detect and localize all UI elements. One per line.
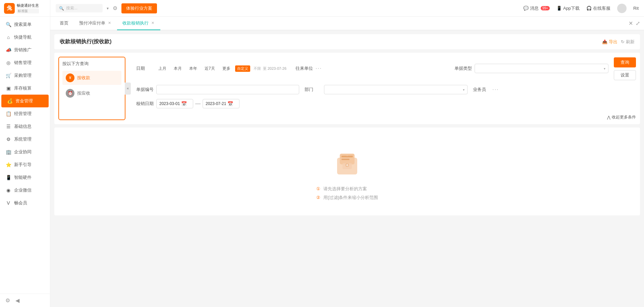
sidebar-item-capital[interactable]: 💰资金管理 [1,95,49,107]
tab-prepay[interactable]: 预付冲应付单✕ [74,17,117,30]
tabs-window-actions: ✕⤢ [629,20,640,27]
topbar-gear-icon[interactable]: ⚙ [113,5,117,11]
sidebar-item-label: 新手引导 [14,162,32,168]
app-icon: 📱 [556,6,562,11]
collapse-more-button[interactable]: ⋀ 收起更多条件 [607,114,636,120]
receipt-icon: ¥ [66,73,74,82]
empty-illustration [330,148,364,178]
staff-more-icon[interactable]: ··· [492,87,499,93]
dept-select[interactable]: ▾ [324,85,468,94]
settings-icon[interactable]: ⚙ [5,297,10,304]
topbar-expand-icon[interactable]: ▾ [107,6,109,11]
filter-row-2: 单据编号 部门 ▾ 业务员 ··· [136,85,636,94]
topbar-actions: 💬 消息 99+ 📱 App下载 🎧 在线客服 Rit [523,4,639,13]
inventory-icon: ▣ [5,85,11,91]
tab-collection-close[interactable]: ✕ [151,20,155,25]
collapse-more-row: ⋀ 收起更多条件 [136,114,636,120]
sidebar-item-label: 库存核算 [14,85,32,91]
sidebar-item-enterprise[interactable]: 🏢企业协同 [0,146,50,158]
message-btn[interactable]: 💬 消息 99+ [523,5,550,11]
empty-hint-1: ① 请先选择要分析的方案 [316,185,378,193]
close-window-icon[interactable]: ✕ [629,20,633,27]
sidebar-item-guide[interactable]: ⭐新手引导 [0,158,50,171]
tab-collection[interactable]: 收款核销执行✕ [117,17,160,30]
filter-panel: 按以下方查询 ¥ 按收款 ⏰ 按应收 « 日期 上月 [54,53,640,124]
partner-more-icon[interactable]: ··· [316,65,322,71]
date-this-month[interactable]: 本月 [171,65,184,72]
setting-button[interactable]: 设置 [614,70,636,80]
user-name[interactable]: Rit [633,6,639,11]
dept-field: 部门 ▾ [305,85,468,94]
sidebar-item-system[interactable]: ⚙系统管理 [0,133,50,146]
page-header-actions: 📤 导出 ↻ 刷新 [602,39,635,45]
date-more[interactable]: 更多 [220,65,233,72]
export-button[interactable]: 📤 导出 [602,39,618,45]
writeoff-from-input[interactable]: 2023-03-01 📅 [156,99,193,108]
topbar: 🔍 搜索... ▾ ⚙ 体验行业方案 💬 消息 99+ 📱 App下载 🎧 在线… [50,0,644,17]
filter-by-receivable[interactable]: ⏰ 按应收 [62,86,121,100]
staff-label: 业务员 [473,87,490,93]
filter-by-receipt[interactable]: ¥ 按收款 [62,71,121,85]
guide-icon: ⭐ [5,162,11,168]
svg-point-4 [346,154,348,156]
sidebar-item-label: 搜索菜单 [14,21,32,28]
writeoff-date-field: 核销日期 2023-03-01 📅 — 2023-07-21 📅 [136,99,636,108]
sidebar-item-quick-nav[interactable]: ⌂快捷导航 [0,31,50,44]
topbar-search[interactable]: 🔍 搜索... [56,4,103,12]
refresh-button[interactable]: ↻ 刷新 [621,39,635,45]
sidebar: 兔 畅捷通好生意 标准版 🔍搜索菜单⌂快捷导航📣营销推广◎销售管理🛒采购管理▣库… [0,0,50,307]
date-7days[interactable]: 近7天 [202,65,218,72]
writeoff-date-range: 2023-03-01 📅 — 2023-07-21 📅 [156,99,239,108]
staff-field: 业务员 ··· [473,87,636,93]
sidebar-item-marketing[interactable]: 📣营销推广 [0,44,50,56]
empty-state: ① 请先选择要分析的方案 ② 用[过滤]条件来缩小分析范围 [54,127,640,215]
user-avatar[interactable] [617,4,627,13]
tab-prepay-close[interactable]: ✕ [107,20,112,25]
capital-icon: 💰 [7,98,13,104]
enterprise-icon: 🏢 [5,149,11,155]
basic-info-icon: ☰ [5,123,11,130]
sidebar-item-label: 畅会员 [14,200,27,206]
sidebar-item-member[interactable]: V畅会员 [0,197,50,209]
solution-button[interactable]: 体验行业方案 [121,3,157,13]
sidebar-item-inventory[interactable]: ▣库存核算 [0,82,50,95]
sidebar-item-purchase[interactable]: 🛒采购管理 [0,69,50,82]
sales-icon: ◎ [5,60,11,66]
bill-no-input[interactable] [156,85,299,94]
service-btn[interactable]: 🎧 在线客服 [586,5,610,11]
message-icon: 💬 [523,6,529,11]
collapse-left-panel[interactable]: « [125,83,131,95]
search-icon: 🔍 [5,21,11,28]
sidebar-item-label: 资金管理 [15,98,33,104]
tab-home[interactable]: 首页 [54,17,74,30]
sidebar-item-label: 企业协同 [14,149,32,155]
calendar-to-icon: 📅 [227,101,233,106]
weixin-icon: ◉ [5,187,11,193]
tabs-bar: 首页预付冲应付单✕收款核销执行✕✕⤢ [50,17,644,30]
bill-type-arrow-icon: ▾ [604,67,605,70]
query-button[interactable]: 查询 [614,57,636,67]
sidebar-item-hardware[interactable]: 📱智能硬件 [0,171,50,184]
sidebar-item-search[interactable]: 🔍搜索菜单 [0,18,50,31]
tab-collection-label: 收款核销执行 [122,20,149,26]
sidebar-item-label: 智能硬件 [14,174,32,181]
sidebar-item-label: 采购管理 [14,72,32,79]
sidebar-menu: 🔍搜索菜单⌂快捷导航📣营销推广◎销售管理🛒采购管理▣库存核算💰资金管理📋经营管理… [0,17,50,294]
filter-form: 日期 上月 本月 本年 近7天 更多 自定义 不限 至 2023-07-26 [129,57,636,120]
collapse-icon[interactable]: ◀ [15,297,19,304]
date-this-year[interactable]: 本年 [186,65,200,72]
sidebar-logo: 兔 畅捷通好生意 标准版 [0,0,50,17]
bill-type-select[interactable]: ▾ [475,64,608,73]
hardware-icon: 📱 [5,174,11,181]
sidebar-item-label: 营销推广 [14,47,32,53]
date-custom-badge[interactable]: 自定义 [235,65,250,72]
sidebar-item-sales[interactable]: ◎销售管理 [0,56,50,69]
sidebar-item-weixin[interactable]: ◉企业微信 [0,184,50,197]
sidebar-item-ops[interactable]: 📋经营管理 [0,107,50,120]
maximize-window-icon[interactable]: ⤢ [636,20,640,27]
app-download-btn[interactable]: 📱 App下载 [556,5,580,11]
dept-arrow-icon: ▾ [463,88,465,92]
date-last-month[interactable]: 上月 [156,65,169,72]
writeoff-to-input[interactable]: 2023-07-21 📅 [203,99,239,108]
sidebar-item-basic-info[interactable]: ☰基础信息 [0,120,50,133]
